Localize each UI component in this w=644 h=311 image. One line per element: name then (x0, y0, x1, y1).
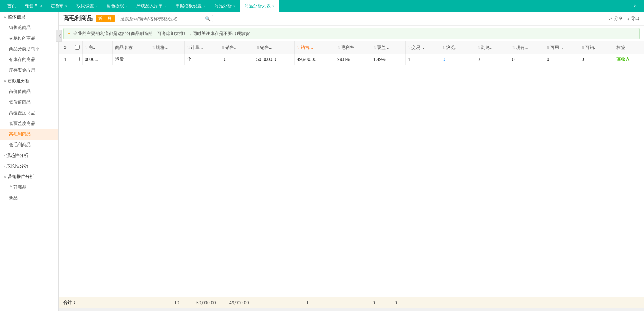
th-trade[interactable]: ⇅ 交易... (406, 41, 440, 54)
sidebar-item-low-value[interactable]: 低价值商品 (0, 97, 58, 108)
search-icon[interactable]: 🔍 (205, 16, 211, 21)
cell-stock-sell: 0 (579, 54, 614, 65)
sidebar-item-all-goods[interactable]: 全部商品 (0, 182, 58, 193)
cell-browse2: 0 (475, 54, 510, 65)
sidebar-group-growth[interactable]: › 成长性分析 (0, 161, 58, 171)
sidebar-item-high-margin[interactable]: 高毛利商品 (0, 129, 58, 140)
close-template-tab[interactable]: × (203, 4, 205, 8)
th-sales-cost[interactable]: ⇅ 销售... (294, 41, 335, 54)
top-nav: 首页 销售单 × 进货单 × 权限设置 × 角色授权 × 产成品入库单 × 单据… (0, 0, 644, 12)
export-button[interactable]: ↓ 导出 (627, 15, 640, 22)
close-permission-tab[interactable]: × (96, 4, 98, 8)
content-area: 高毛利商品 近一月 🔍 ↗ 分享 ↓ 导出 ✦ 企业的主要的利润都是这部分商品创… (59, 12, 644, 311)
nav-item-purchase[interactable]: 进货单 × (46, 0, 72, 12)
sort-icon-7: ⇅ (337, 46, 340, 50)
nav-item-template[interactable]: 单据模板设置 × (171, 0, 210, 12)
cell-check[interactable] (72, 54, 82, 65)
sidebar-item-sales-goods[interactable]: 销售览商品 (0, 22, 58, 33)
th-checkbox[interactable] (72, 41, 82, 54)
th-stock-sell[interactable]: ⇅ 可销... (579, 41, 614, 54)
sort-icon-4: ⇅ (222, 46, 224, 50)
sort-icon-9: ⇅ (408, 46, 411, 50)
th-browse2[interactable]: ⇅ 浏览... (475, 41, 510, 54)
cell-name: 运费 (112, 54, 150, 65)
th-spec[interactable]: ⇅ 规格... (150, 41, 185, 54)
sort-icon-12: ⇅ (512, 46, 515, 50)
th-unit[interactable]: ⇅ 计量... (184, 41, 219, 54)
sort-icon-6: ⇅ (297, 46, 300, 50)
sort-icon-10: ⇅ (443, 46, 446, 50)
close-product-analysis-list-tab[interactable]: × (272, 4, 274, 8)
cell-num: 1 (59, 54, 72, 65)
share-button[interactable]: ↗ 分享 (609, 15, 623, 22)
content-header: 高毛利商品 近一月 🔍 ↗ 分享 ↓ 导出 (59, 12, 644, 26)
th-name[interactable]: 商品名称 (112, 41, 150, 54)
nav-item-permission[interactable]: 权限设置 × (72, 0, 102, 12)
th-stock-cur[interactable]: ⇅ 现有... (510, 41, 544, 54)
close-role-tab[interactable]: × (126, 4, 128, 8)
search-input[interactable] (120, 16, 204, 21)
row-checkbox[interactable] (75, 57, 80, 61)
table-area: ⚙ ⇅ 商... 商品名称 (59, 41, 644, 297)
th-code[interactable]: ⇅ 商... (82, 41, 112, 54)
data-table: ⚙ ⇅ 商... 商品名称 (59, 41, 644, 65)
close-product-analysis-tab[interactable]: × (233, 4, 235, 8)
sort-icon-5: ⇅ (256, 46, 259, 50)
sidebar-group-marketing[interactable]: ∨ 营销推广分析 (0, 171, 58, 182)
footer-bar: 合计： 10 50,000.00 49,900.00 1 0 0 (59, 297, 644, 308)
sort-icon-2: ⇅ (152, 46, 155, 50)
th-settings[interactable]: ⚙ (59, 41, 72, 54)
sidebar-collapse-button[interactable]: 《 (56, 30, 62, 42)
sidebar-group-trend[interactable]: › 流趋性分析 (0, 150, 58, 161)
star-icon: ✦ (67, 31, 71, 36)
sidebar-item-low-margin[interactable]: 低毛利商品 (0, 140, 58, 150)
th-sales-amt[interactable]: ⇅ 销售... (254, 41, 294, 54)
sidebar-item-low-coverage[interactable]: 低覆盖度商品 (0, 118, 58, 129)
chevron-down-icon: ∨ (4, 15, 6, 19)
th-sales-qty[interactable]: ⇅ 销售... (219, 41, 254, 54)
nav-item-product-analysis[interactable]: 商品分析 × (210, 0, 240, 12)
export-icon: ↓ (627, 16, 629, 21)
header-actions: ↗ 分享 ↓ 导出 (609, 15, 640, 22)
sidebar-item-new-goods[interactable]: 新品 (0, 193, 58, 203)
th-tag[interactable]: 标签 (614, 41, 644, 54)
cell-sales-cost: 49,900.00 (294, 54, 335, 65)
sort-icon-3: ⇅ (187, 46, 190, 50)
sidebar-item-in-stock[interactable]: 有库存的商品 (0, 54, 58, 65)
th-browse1[interactable]: ⇅ 浏览... (440, 41, 475, 54)
chevron-right-icon-2: › (4, 164, 5, 168)
sidebar-item-category-rate[interactable]: 商品分类助销率 (0, 44, 58, 54)
nav-item-home[interactable]: 首页 (3, 0, 21, 12)
horizontal-scrollbar[interactable] (59, 308, 644, 311)
sidebar-group-contribution[interactable]: ∨ 贡献度分析 (0, 76, 58, 86)
sidebar-item-traded-goods[interactable]: 交易过的商品 (0, 33, 58, 44)
sidebar-item-high-coverage[interactable]: 高覆盖度商品 (0, 108, 58, 118)
search-box: 🔍 (118, 15, 213, 22)
th-cover[interactable]: ⇅ 覆盖... (371, 41, 406, 54)
cell-stock-avail: 0 (544, 54, 579, 65)
close-product-stock-tab[interactable]: × (164, 4, 166, 8)
nav-item-role[interactable]: 角色授权 × (102, 0, 132, 12)
sidebar-item-stock-capital[interactable]: 库存资金占用 (0, 65, 58, 76)
close-purchase-tab[interactable]: × (65, 4, 68, 8)
select-all-checkbox[interactable] (75, 45, 80, 50)
nav-item-product-stock[interactable]: 产成品入库单 × (132, 0, 171, 12)
cell-browse1[interactable]: 0 (440, 54, 475, 65)
filter-recent-month-button[interactable]: 近一月 (96, 15, 115, 22)
chevron-right-icon: › (4, 153, 5, 158)
nav-item-sales[interactable]: 销售单 × (21, 0, 46, 12)
cell-sales-qty: 10 (219, 54, 254, 65)
sidebar-item-high-value[interactable]: 高价值商品 (0, 86, 58, 97)
footer-stock-cur: 0 (370, 300, 392, 305)
main-layout: ∨ 整体信息 销售览商品 交易过的商品 商品分类助销率 有库存的商品 库存资金占… (0, 12, 644, 311)
table-row: 1 0000... 运费 (59, 54, 644, 65)
cell-unit: 个 (184, 54, 219, 65)
window-close-button[interactable]: × (630, 3, 641, 8)
close-sales-tab[interactable]: × (40, 4, 42, 8)
sort-icon-11: ⇅ (477, 46, 480, 50)
nav-item-product-analysis-list[interactable]: 商品分析列表 × (240, 0, 279, 12)
sidebar-group-overall[interactable]: ∨ 整体信息 (0, 12, 58, 22)
th-gross-rate[interactable]: ⇅ 毛利率 (335, 41, 371, 54)
th-stock-avail[interactable]: ⇅ 可用... (544, 41, 579, 54)
settings-icon[interactable]: ⚙ (63, 45, 67, 50)
